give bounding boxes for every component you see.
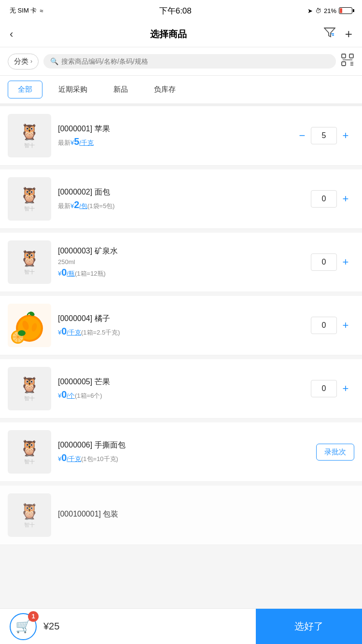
product-image: 🦉 智十 <box>8 177 51 221</box>
product-name: [000100001] 包装 <box>58 509 354 519</box>
table-row: 🦉 智十 [0000001] 苹果 最新 ¥ 5 /千克 − + <box>0 106 362 166</box>
bottom-bar: 🛒 1 ¥25 选好了 <box>0 608 362 644</box>
qty-increase-button[interactable]: + <box>337 127 354 144</box>
cart-icon: 🛒 <box>15 619 31 634</box>
search-area: 分类 › 🔍 <box>0 47 362 76</box>
page-title: 选择商品 <box>150 28 187 41</box>
cart-total-price: ¥25 <box>43 621 59 632</box>
battery-icon <box>339 7 352 14</box>
product-image: 🦉 智十 <box>8 430 51 474</box>
filter-icon[interactable] <box>324 28 335 41</box>
product-info: [0000004] 橘子 ¥ 0 /千克 (1箱=2.5千克) <box>58 314 304 337</box>
table-row: [0000004] 橘子 ¥ 0 /千克 (1箱=2.5千克) + <box>0 296 362 355</box>
tab-negative[interactable]: 负库存 <box>144 81 186 98</box>
product-price: 最新 ¥ 2 /包 (1袋=5包) <box>58 199 304 210</box>
back-button[interactable]: ‹ <box>10 28 13 41</box>
qty-control: − + <box>293 127 354 144</box>
owl-icon: 🦉 <box>20 186 39 204</box>
chevron-right-icon: › <box>30 58 32 65</box>
product-spec: 250ml <box>58 258 304 266</box>
svg-point-20 <box>18 330 26 336</box>
qty-control: + <box>311 190 354 208</box>
search-input[interactable] <box>61 57 329 65</box>
tab-new[interactable]: 新品 <box>103 81 138 98</box>
table-row: 🦉 智十 [0000005] 芒果 ¥ 0 /个 (1箱=6个) + <box>0 359 362 419</box>
qty-input[interactable] <box>311 380 337 397</box>
qty-control: + <box>311 380 354 397</box>
table-row: 🦉 智十 [0000002] 面包 最新 ¥ 2 /包 (1袋=5包) + <box>0 169 362 229</box>
status-right: ➤ ⏱ 21% <box>307 7 352 14</box>
search-icon: 🔍 <box>50 57 58 65</box>
status-time: 下午6:08 <box>159 5 192 16</box>
product-list: 🦉 智十 [0000001] 苹果 最新 ¥ 5 /千克 − + 🦉 智十 <box>0 106 362 545</box>
product-price: ¥ 0 /个 (1箱=6个) <box>58 389 304 400</box>
product-info: [0000003] 矿泉水 250ml ¥ 0 /瓶 (1箱=12瓶) <box>58 246 304 278</box>
product-name: [0000002] 面包 <box>58 187 304 197</box>
cart-badge: 1 <box>28 611 39 622</box>
owl-icon: 🦉 <box>20 376 39 394</box>
product-price: ¥ 0 /瓶 (1箱=12瓶) <box>58 267 304 278</box>
cart-section: 🛒 1 ¥25 <box>0 613 256 640</box>
product-image: 🦉 智十 <box>8 240 51 284</box>
qty-control: + <box>311 317 354 334</box>
confirm-button[interactable]: 选好了 <box>256 609 362 644</box>
table-row: 🦉 智十 [000100001] 包装 <box>0 486 362 545</box>
batch-button[interactable]: 录批次 <box>316 444 354 461</box>
product-info: [0000001] 苹果 最新 ¥ 5 /千克 <box>58 124 287 147</box>
product-price: ¥ 0 /千克 (1箱=2.5千克) <box>58 326 304 337</box>
qty-increase-button[interactable]: + <box>337 253 354 271</box>
product-price: 最新 ¥ 5 /千克 <box>58 136 287 147</box>
owl-icon: 🦉 <box>20 439 39 457</box>
status-carrier: 无 SIM 卡 ≈ <box>10 6 43 15</box>
cart-icon-wrap[interactable]: 🛒 1 <box>10 613 37 640</box>
add-button[interactable]: + <box>345 27 352 42</box>
qty-input[interactable] <box>311 127 337 144</box>
product-info: [0000002] 面包 最新 ¥ 2 /包 (1袋=5包) <box>58 187 304 210</box>
status-bar: 无 SIM 卡 ≈ 下午6:08 ➤ ⏱ 21% <box>0 0 362 21</box>
product-image: 🦉 智十 <box>8 367 51 410</box>
product-info: [0000005] 芒果 ¥ 0 /个 (1箱=6个) <box>58 377 304 400</box>
tabs-row: 全部 近期采购 新品 负库存 <box>0 76 362 106</box>
qty-input[interactable] <box>311 190 337 208</box>
battery-percent: 21% <box>324 7 336 14</box>
product-price: ¥ 0 /千克 (1包=10千克) <box>58 452 309 463</box>
scan-icon[interactable] <box>341 53 354 70</box>
svg-rect-4 <box>342 62 346 66</box>
product-name: [0000006] 手撕面包 <box>58 440 309 450</box>
product-info: [0000006] 手撕面包 ¥ 0 /千克 (1包=10千克) <box>58 440 309 463</box>
owl-icon: 🦉 <box>20 502 39 520</box>
qty-increase-button[interactable]: + <box>337 317 354 334</box>
product-name: [0000001] 苹果 <box>58 124 287 134</box>
nav-actions: + <box>324 27 352 42</box>
tab-recent[interactable]: 近期采购 <box>48 81 97 98</box>
product-name: [0000003] 矿泉水 <box>58 246 304 256</box>
product-name: [0000005] 芒果 <box>58 377 304 387</box>
product-image: 🦉 智十 <box>8 493 51 537</box>
batch-button-wrap: 录批次 <box>316 444 354 461</box>
qty-input[interactable] <box>311 253 337 271</box>
product-image: 🦉 智十 <box>8 114 51 157</box>
alarm-icon: ⏱ <box>315 7 321 14</box>
search-input-wrap: 🔍 <box>43 54 336 69</box>
svg-rect-3 <box>349 54 353 58</box>
category-button[interactable]: 分类 › <box>8 54 39 70</box>
qty-increase-button[interactable]: + <box>337 380 354 397</box>
table-row: 🦉 智十 [0000003] 矿泉水 250ml ¥ 0 /瓶 (1箱=12瓶)… <box>0 233 362 292</box>
owl-icon: 🦉 <box>20 249 39 267</box>
svg-rect-2 <box>342 54 346 58</box>
table-row: 🦉 智十 [0000006] 手撕面包 ¥ 0 /千克 (1包=10千克) 录批… <box>0 422 362 482</box>
nav-bar: ‹ 选择商品 + <box>0 21 362 47</box>
product-info: [000100001] 包装 <box>58 509 354 521</box>
product-name: [0000004] 橘子 <box>58 314 304 324</box>
wifi-icon: ≈ <box>40 7 43 14</box>
qty-increase-button[interactable]: + <box>337 190 354 208</box>
qty-control: + <box>311 253 354 271</box>
qty-decrease-button[interactable]: − <box>293 127 311 144</box>
tab-all[interactable]: 全部 <box>8 81 42 98</box>
owl-icon: 🦉 <box>20 123 39 141</box>
location-icon: ➤ <box>307 7 313 14</box>
qty-input[interactable] <box>311 317 337 334</box>
product-image <box>8 304 51 347</box>
